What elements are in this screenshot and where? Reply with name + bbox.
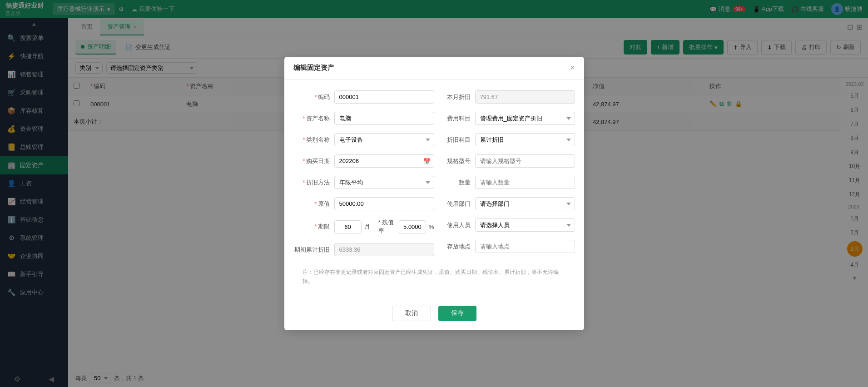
- expense-subject-select[interactable]: 管理费用_固定资产折旧: [475, 112, 575, 125]
- original-value-input[interactable]: [334, 197, 434, 210]
- modal-overlay: 编辑固定资产 × *编码 *资产名称: [0, 0, 868, 387]
- residual-rate-input[interactable]: [399, 220, 426, 233]
- modal-header: 编辑固定资产 ×: [284, 57, 584, 79]
- person-select[interactable]: 请选择人员: [475, 218, 575, 232]
- location-input[interactable]: [475, 240, 575, 253]
- form-row-expense-subject: 费用科目 管理费用_固定资产折旧: [434, 112, 575, 125]
- form-grid: *编码 *资产名称 *类别名称 电子设备: [293, 90, 575, 264]
- period-input[interactable]: [334, 220, 362, 233]
- purchase-date-wrapper: 📅: [334, 154, 434, 168]
- calendar-icon[interactable]: 📅: [423, 158, 431, 164]
- form-row-purchase-date: *购买日期 📅: [293, 154, 434, 168]
- form-row-category: *类别名称 电子设备: [293, 133, 434, 146]
- form-row-dep-method: *折旧方法 年限平均: [293, 176, 434, 189]
- form-right-col: 本月折旧 费用科目 管理费用_固定资产折旧 折旧科目 累计折: [434, 90, 575, 264]
- modal-body: *编码 *资产名称 *类别名称 电子设备: [284, 79, 584, 300]
- quantity-input[interactable]: [475, 176, 575, 189]
- dep-subject-select[interactable]: 累计折旧: [475, 133, 575, 146]
- name-input[interactable]: [334, 112, 434, 125]
- form-row-quantity: 数量: [434, 176, 575, 189]
- form-row-period: *期限 月 * 残值率 %: [293, 218, 434, 235]
- dep-method-select[interactable]: 年限平均: [334, 176, 434, 189]
- modal-title: 编辑固定资产: [293, 64, 334, 72]
- form-row-person: 使用人员 请选择人员: [434, 218, 575, 232]
- save-button[interactable]: 保存: [438, 306, 476, 321]
- form-left-col: *编码 *资产名称 *类别名称 电子设备: [293, 90, 434, 264]
- initial-dep-input: [334, 243, 434, 256]
- modal-close-btn[interactable]: ×: [570, 63, 575, 73]
- category-select[interactable]: 电子设备: [334, 133, 434, 146]
- form-row-spec: 规格型号: [434, 154, 575, 168]
- form-row-code: *编码: [293, 90, 434, 104]
- form-row-original-value: *原值: [293, 197, 434, 210]
- form-row-dep-subject: 折旧科目 累计折旧: [434, 133, 575, 146]
- modal-footer: 取消 保存: [284, 300, 584, 330]
- cancel-button[interactable]: 取消: [392, 306, 431, 321]
- form-row-dept: 使用部门 请选择部门: [434, 197, 575, 210]
- form-row-location: 存放地点: [434, 240, 575, 253]
- form-row-name: *资产名称: [293, 112, 434, 125]
- purchase-date-input[interactable]: [334, 154, 434, 168]
- monthly-dep-input: [475, 90, 575, 104]
- edit-fixed-asset-modal: 编辑固定资产 × *编码 *资产名称: [284, 57, 584, 330]
- dept-select[interactable]: 请选择部门: [475, 197, 575, 210]
- modal-note: 注：已经存在变更记录或者对应固定资产已经生成凭证，原值、购买日期、残值率、累计折…: [293, 264, 575, 293]
- form-row-monthly-dep: 本月折旧: [434, 90, 575, 104]
- spec-input[interactable]: [475, 154, 575, 168]
- code-input[interactable]: [334, 90, 434, 104]
- form-row-initial-dep: 期初累计折旧: [293, 243, 434, 256]
